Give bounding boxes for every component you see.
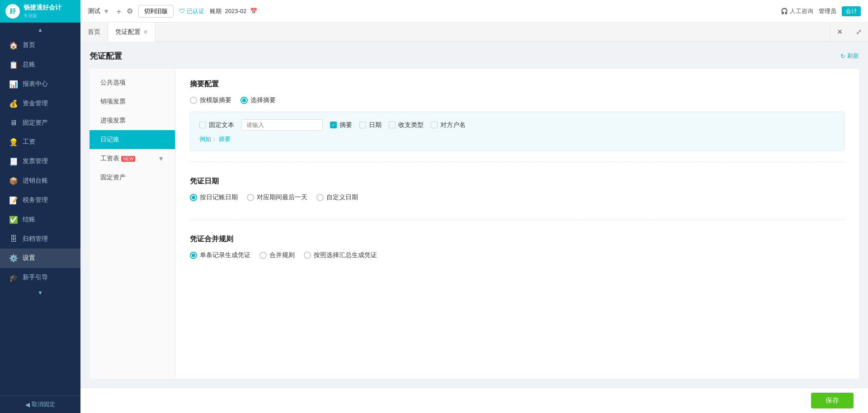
sidebar-item-archive-label: 归档管理 [23, 235, 48, 243]
summary-section-title: 摘要配置 [190, 80, 844, 89]
radio-select-summary-label: 选择摘要 [250, 96, 276, 104]
radio-single-record-circle [190, 252, 197, 259]
checkbox-income-type[interactable]: 收支类型 [389, 121, 424, 129]
bottom-bar: 保存 [80, 388, 868, 413]
sidebar-item-home[interactable]: 🏠 首页 [0, 36, 80, 55]
radio-template-summary[interactable]: 按模版摘要 [190, 96, 231, 104]
sidebar-item-settings[interactable]: ⚙️ 设置 [0, 249, 80, 268]
scroll-up[interactable]: ▲ [0, 24, 80, 36]
radio-diary-date-label: 按日记账日期 [200, 193, 238, 202]
radio-single-record-label: 单条记录生成凭证 [200, 251, 250, 259]
nav-item-sales-invoice[interactable]: 销项发票 [90, 92, 175, 111]
salary-icon: 👷 [9, 138, 18, 146]
consulting-button[interactable]: 🎧 人工咨询 [781, 7, 813, 15]
sidebar-item-fixed-asset[interactable]: 🖥 固定资产 [0, 113, 80, 132]
manager-label: 管理员 [819, 7, 836, 15]
radio-period-last-day[interactable]: 对应期间最后一天 [247, 193, 307, 202]
nav-item-payroll[interactable]: 工资表 NEW ▼ [90, 149, 175, 168]
date-radio-group: 按日记账日期 对应期间最后一天 自定义日期 [190, 193, 844, 202]
sidebar-item-close-label: 结账 [23, 216, 35, 224]
report-icon: 📊 [9, 80, 18, 89]
radio-custom-date[interactable]: 自定义日期 [316, 193, 358, 202]
maximize-window-button[interactable]: ⤢ [849, 23, 868, 42]
close-window-button[interactable]: ✕ [830, 23, 849, 42]
summary-config-row: 固定文本 摘要 日期 [199, 119, 835, 131]
main-area: 测试 ▼ ＋ ⚙ 切到旧版 🛡 已认证 账期 2023-02 📅 🎧 人工咨询 … [80, 0, 868, 413]
logo-icon: 好 [5, 4, 20, 19]
sidebar-item-trade[interactable]: 📦 进销台账 [0, 171, 80, 191]
radio-single-record[interactable]: 单条记录生成凭证 [190, 251, 250, 259]
refresh-label: 刷新 [847, 52, 859, 60]
sidebar-item-invoice[interactable]: 🧾 发票管理 [0, 152, 80, 171]
sidebar-item-report-label: 报表中心 [23, 80, 48, 88]
checkbox-date-box [359, 122, 366, 128]
topbar-actions: ＋ ⚙ [115, 6, 133, 17]
refresh-button[interactable]: ↻ 刷新 [840, 52, 859, 60]
scroll-down[interactable]: ▼ [0, 287, 80, 299]
sidebar-item-tax[interactable]: 📝 税务管理 [0, 191, 80, 210]
radio-aggregate-generate-label: 按照选择汇总生成凭证 [314, 251, 377, 259]
scroll-down-icon[interactable]: ▼ [38, 289, 43, 297]
project-dropdown-icon[interactable]: ▼ [103, 8, 109, 15]
cancel-fixed-button[interactable]: ◀ 取消固定 [0, 395, 80, 413]
nav-item-public[interactable]: 公共选项 [90, 73, 175, 92]
summary-radio-group: 按模版摘要 选择摘要 [190, 96, 844, 104]
switch-old-button[interactable]: 切到旧版 [138, 5, 174, 18]
add-icon[interactable]: ＋ [115, 6, 123, 17]
radio-select-summary[interactable]: 选择摘要 [241, 96, 276, 104]
checkbox-fixed-text[interactable]: 固定文本 [199, 121, 234, 129]
sidebar-scroll: ▲ 🏠 首页 📋 总账 📊 报表中心 💰 资金管理 🖥 固定资产 👷 工资 🧾 [0, 23, 80, 395]
tab-home[interactable]: 首页 [80, 23, 108, 42]
sidebar-item-salary[interactable]: 👷 工资 [0, 132, 80, 152]
close-period-icon: ✅ [9, 216, 18, 224]
radio-period-last-day-label: 对应期间最后一天 [257, 193, 307, 202]
nav-item-fixed-assets[interactable]: 固定资产 [90, 168, 175, 187]
tab-close-icon[interactable]: ✕ [143, 29, 148, 35]
radio-merge-rules-label: 合并规则 [269, 251, 295, 259]
settings-icon: ⚙️ [9, 254, 18, 263]
sidebar-item-archive[interactable]: 🗄 归档管理 [0, 230, 80, 249]
invoice-icon: 🧾 [9, 157, 18, 166]
sidebar-item-report[interactable]: 📊 报表中心 [0, 75, 80, 94]
sidebar-item-tax-label: 税务管理 [23, 196, 48, 204]
scroll-up-icon[interactable]: ▲ [38, 26, 43, 34]
left-nav: 公共选项 销项发票 进项发票 日记账 工资表 NEW ▼ 固定资产 [90, 69, 175, 379]
tab-home-label: 首页 [88, 28, 100, 36]
checkbox-counterpart[interactable]: 对方户名 [431, 121, 466, 129]
nav-item-diary[interactable]: 日记账 [90, 130, 175, 149]
certified-status: 🛡 已认证 [179, 7, 204, 15]
sidebar: 好 畅捷通好会计 专业版 ▲ 🏠 首页 📋 总账 📊 报表中心 💰 资金管理 🖥 [0, 0, 80, 413]
archive-icon: 🗄 [9, 235, 18, 243]
sidebar-item-guide-label: 新手引导 [23, 273, 48, 282]
settings-gear-icon[interactable]: ⚙ [127, 7, 133, 15]
tab-voucher-config[interactable]: 凭证配置 ✕ [108, 23, 156, 42]
payroll-expand-icon: ▼ [158, 155, 164, 162]
checkbox-date[interactable]: 日期 [359, 121, 382, 129]
inner-layout: 公共选项 销项发票 进项发票 日记账 工资表 NEW ▼ 固定资产 [90, 69, 859, 379]
example-content: 摘要 [219, 136, 231, 142]
sidebar-item-close[interactable]: ✅ 结账 [0, 210, 80, 230]
account-period: 账期 2023-02 📅 [210, 7, 257, 15]
save-button[interactable]: 保存 [811, 393, 854, 408]
consulting-label: 人工咨询 [790, 7, 813, 15]
sidebar-item-fund-label: 资金管理 [23, 99, 48, 108]
section-summary: 摘要配置 按模版摘要 选择摘要 [190, 80, 844, 162]
topbar-project: 测试 ▼ [88, 7, 109, 15]
summary-config-box: 固定文本 摘要 日期 [190, 112, 844, 151]
calendar-icon[interactable]: 📅 [250, 8, 257, 14]
sidebar-item-ledger[interactable]: 📋 总账 [0, 55, 80, 75]
fixed-text-input[interactable] [241, 119, 323, 131]
sidebar-item-fund[interactable]: 💰 资金管理 [0, 94, 80, 113]
checkbox-summary[interactable]: 摘要 [330, 121, 352, 129]
checkbox-summary-label: 摘要 [340, 121, 352, 129]
page-title: 凭证配置 [90, 51, 122, 61]
tab-window-controls: ✕ ⤢ [830, 23, 868, 42]
radio-aggregate-generate[interactable]: 按照选择汇总生成凭证 [304, 251, 377, 259]
radio-template-summary-label: 按模版摘要 [200, 96, 231, 104]
radio-custom-date-label: 自定义日期 [326, 193, 358, 202]
nav-item-purchase-invoice[interactable]: 进项发票 [90, 111, 175, 130]
cancel-fixed-arrow-icon: ◀ [25, 401, 30, 408]
radio-merge-rules[interactable]: 合并规则 [259, 251, 295, 259]
sidebar-item-guide[interactable]: 🎓 新手引导 [0, 268, 80, 287]
radio-diary-date[interactable]: 按日记账日期 [190, 193, 238, 202]
